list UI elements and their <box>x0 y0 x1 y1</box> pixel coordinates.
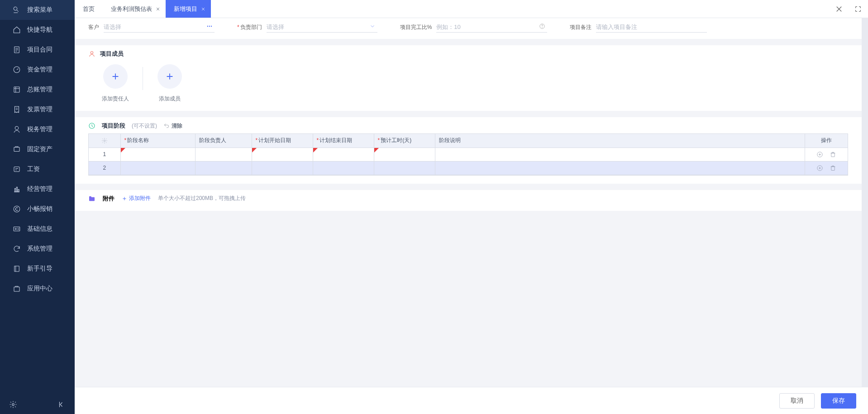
salary-icon <box>13 165 21 173</box>
close-icon[interactable] <box>200 6 206 12</box>
gear-icon <box>101 138 108 144</box>
sidebar-item-invoice[interactable]: 发票管理 <box>0 100 75 119</box>
section-title: 项目成员 <box>100 50 124 58</box>
svg-point-17 <box>209 26 210 26</box>
stage-row-ops <box>805 161 848 175</box>
col-settings[interactable] <box>89 134 120 148</box>
main-area: 首页 业务利润预估表 新增项目 客户 <box>75 0 868 414</box>
cell-desc[interactable] <box>435 148 805 161</box>
customer-select[interactable] <box>104 22 215 33</box>
sidebar-item-app-center[interactable]: 应用中心 <box>0 279 75 299</box>
tab-profit-estimate[interactable]: 业务利润预估表 <box>103 0 166 18</box>
collapse-sidebar-icon[interactable] <box>57 400 66 410</box>
ellipsis-icon[interactable] <box>206 23 213 31</box>
add-owner-button[interactable] <box>103 64 128 89</box>
svg-rect-6 <box>14 167 19 172</box>
clear-stage-button[interactable]: 清除 <box>163 122 182 130</box>
col-start: *计划开始日期 <box>252 134 313 148</box>
cell-start[interactable] <box>252 161 313 175</box>
sidebar-item-fund[interactable]: 资金管理 <box>0 60 75 80</box>
add-row-icon[interactable] <box>816 151 823 158</box>
sidebar-item-guide[interactable]: 新手引导 <box>0 259 75 279</box>
logo-c-icon <box>13 205 21 213</box>
svg-rect-5 <box>14 148 19 152</box>
stage-row[interactable]: 1 <box>89 148 805 161</box>
sidebar-item-label: 资金管理 <box>27 66 52 74</box>
label-customer: 客户 <box>88 24 99 31</box>
cell-end[interactable] <box>313 161 374 175</box>
cell-start[interactable] <box>252 148 313 161</box>
apps-icon <box>13 285 21 293</box>
sidebar-item-business[interactable]: 经营管理 <box>0 179 75 199</box>
attachment-hint: 单个大小不超过200MB，可拖拽上传 <box>158 195 246 202</box>
svg-point-16 <box>207 26 208 26</box>
form-item-remark: 项目备注 <box>570 22 707 33</box>
sidebar-item-reimburse[interactable]: 小畅报销 <box>0 199 75 219</box>
stage-section: 项目阶段 (可不设置) 清除 * <box>75 117 862 184</box>
settings-icon[interactable] <box>9 400 17 410</box>
sidebar-item-system[interactable]: 系统管理 <box>0 239 75 259</box>
svg-point-20 <box>542 28 543 28</box>
cell-name[interactable] <box>120 148 195 161</box>
cancel-button[interactable]: 取消 <box>779 393 815 409</box>
svg-point-21 <box>91 52 93 54</box>
asset-icon <box>13 145 21 153</box>
percent-input[interactable] <box>436 22 547 33</box>
plus-icon <box>122 196 127 201</box>
section-title: 项目阶段 <box>102 122 125 130</box>
sidebar-item-label: 项目合同 <box>27 46 52 54</box>
tab-home[interactable]: 首页 <box>75 0 103 18</box>
chevron-down-icon[interactable] <box>369 23 376 31</box>
save-button[interactable]: 保存 <box>821 393 856 409</box>
delete-row-icon[interactable] <box>830 151 836 158</box>
cell-desc[interactable] <box>435 161 805 175</box>
label-remark: 项目备注 <box>570 24 591 31</box>
cell-hours[interactable] <box>374 161 435 175</box>
add-owner-label: 添加责任人 <box>102 95 129 103</box>
fullscreen-icon[interactable] <box>851 2 865 16</box>
section-title: 附件 <box>103 195 114 203</box>
svg-rect-27 <box>831 167 835 170</box>
tabbar-close-all-icon[interactable] <box>832 2 846 16</box>
stage-header-row: *阶段名称 阶段负责人 *计划开始日期 *计划结束日期 *预计工时(天) 阶段说… <box>89 134 805 148</box>
sidebar-item-salary[interactable]: 工资 <box>0 159 75 179</box>
sidebar-item-tax[interactable]: 税务管理 <box>0 119 75 139</box>
tax-icon <box>13 125 21 133</box>
row-number: 1 <box>89 148 120 161</box>
svg-rect-8 <box>16 187 17 192</box>
sidebar-item-label: 税务管理 <box>27 125 52 133</box>
sidebar-item-label: 经营管理 <box>27 185 52 193</box>
tab-label: 首页 <box>83 5 95 13</box>
cell-name[interactable] <box>120 161 195 175</box>
sidebar-item-search-menu[interactable]: 搜索菜单 <box>0 0 75 20</box>
sidebar-item-asset[interactable]: 固定资产 <box>0 139 75 159</box>
dept-select[interactable] <box>267 22 377 33</box>
add-attachment-button[interactable]: 添加附件 <box>122 195 151 202</box>
stage-row[interactable]: 2 <box>89 161 805 175</box>
col-owner: 阶段负责人 <box>195 134 252 148</box>
cell-owner[interactable] <box>195 148 252 161</box>
help-icon[interactable] <box>539 23 545 31</box>
remark-input[interactable] <box>596 22 707 33</box>
close-icon[interactable] <box>155 6 161 12</box>
cell-hours[interactable] <box>374 148 435 161</box>
sidebar-item-project-contract[interactable]: 项目合同 <box>0 40 75 60</box>
sidebar-bottom-bar <box>0 396 75 414</box>
delete-row-icon[interactable] <box>830 165 836 171</box>
cell-end[interactable] <box>313 148 374 161</box>
add-member-label: 添加成员 <box>159 95 181 103</box>
content-scroll[interactable]: 客户 *负责部门 项目完工比% <box>75 18 868 414</box>
svg-point-0 <box>14 7 17 10</box>
member-col-owner: 添加责任人 <box>88 64 143 103</box>
label-percent: 项目完工比% <box>400 24 432 31</box>
col-hours: *预计工时(天) <box>374 134 435 148</box>
add-row-icon[interactable] <box>816 165 823 171</box>
sidebar-item-ledger[interactable]: 总账管理 <box>0 80 75 100</box>
tab-new-project[interactable]: 新增项目 <box>166 0 211 18</box>
sidebar-item-basic-info[interactable]: 基础信息 <box>0 219 75 239</box>
sidebar-item-quick-nav[interactable]: 快捷导航 <box>0 20 75 40</box>
id-icon <box>13 225 21 233</box>
add-member-button[interactable] <box>157 64 182 89</box>
gauge-icon <box>13 66 21 74</box>
cell-owner[interactable] <box>195 161 252 175</box>
